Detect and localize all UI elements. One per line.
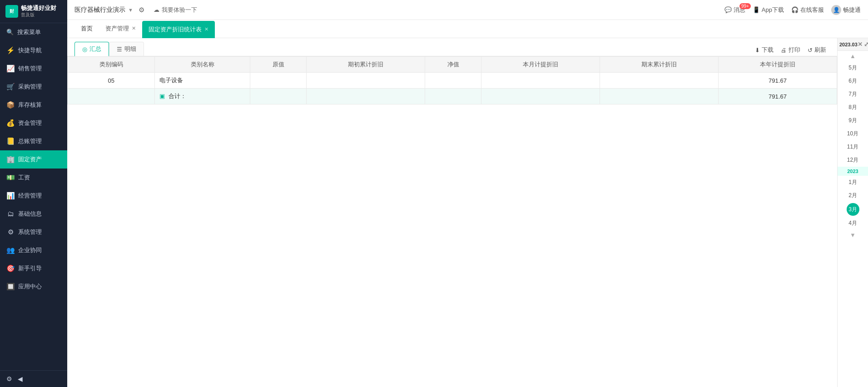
refresh-label: 刷新 — [814, 46, 826, 54]
sales-icon: 📈 — [6, 64, 15, 73]
sidebar-item-newguide[interactable]: 🎯 新手引导 — [0, 259, 67, 278]
tab-close-asset[interactable]: ✕ — [132, 25, 136, 31]
month-1[interactable]: 1月 — [838, 176, 868, 189]
tabs-bar: 首页 资产管理 ✕ 固定资产折旧统计表 ✕ — [67, 20, 868, 38]
month-2[interactable]: 2月 — [838, 189, 868, 202]
sidebar-item-sysadmin[interactable]: ⚙ 系统管理 — [0, 223, 67, 241]
subtotal-original — [250, 89, 307, 104]
refresh-btn[interactable]: ↺ 刷新 — [804, 44, 830, 56]
collapse-icon[interactable]: ◀ — [18, 375, 23, 382]
sidebar-item-salary[interactable]: 💵 工资 — [0, 169, 67, 187]
row-name: 电子设备 — [155, 73, 250, 89]
search-menu[interactable]: 🔍 搜索菜单 — [0, 23, 67, 41]
tab-depr-report[interactable]: 固定资产折旧统计表 ✕ — [142, 21, 215, 38]
tab-asset-label: 资产管理 — [105, 25, 129, 33]
sidebar-item-label: 库存核算 — [18, 101, 42, 109]
finance-icon: 💰 — [6, 119, 15, 127]
sidebar-item-label: 采购管理 — [18, 83, 42, 91]
col-year-depr: 本年计提折旧 — [719, 57, 837, 73]
fixedasset-icon: 🏢 — [6, 155, 15, 164]
month-10[interactable]: 10月 — [838, 127, 868, 140]
sidebar-bottom: ⚙ ◀ — [0, 370, 67, 387]
company-selector[interactable]: 医疗器械行业演示 ▼ — [74, 6, 133, 14]
sidebar-item-label: 总账管理 — [18, 137, 42, 145]
sidebar-item-inventory[interactable]: 📦 库存核算 — [0, 96, 67, 114]
month-9[interactable]: 9月 — [838, 114, 868, 127]
month-11[interactable]: 11月 — [838, 140, 868, 154]
date-nav-down[interactable]: ▼ — [838, 230, 868, 240]
settings-bottom-icon[interactable]: ⚙ — [6, 375, 12, 382]
content-area: ◎ 汇总 ☰ 明细 ⬇ 下载 🖨 打印 ↺ 刷新 — [67, 38, 868, 387]
year-2023-label[interactable]: 2023 — [838, 167, 868, 176]
sidebar-item-management[interactable]: 📊 经营管理 — [0, 187, 67, 205]
tab-home[interactable]: 首页 — [74, 20, 99, 38]
print-icon: 🖨 — [781, 47, 787, 54]
sidebar-item-finance[interactable]: 💰 资金管理 — [0, 114, 67, 132]
purchase-icon: 🛒 — [6, 83, 15, 91]
main-content: 医疗器械行业演示 ▼ ⚙ ☁ 我要体验一下 💬 消息 99+ 📱 App下载 🎧… — [67, 0, 868, 387]
col-code: 类别编码 — [68, 57, 155, 73]
month-4[interactable]: 4月 — [838, 217, 868, 230]
download-btn[interactable]: ⬇ 下载 — [751, 44, 777, 56]
date-panel-expand-btn[interactable]: ⤢ — [864, 41, 868, 48]
row-month-depr — [481, 73, 600, 89]
sysadmin-icon: ⚙ — [6, 228, 15, 236]
date-panel-header: 2023.03 ✕ ⤢ — [838, 38, 868, 51]
sidebar-item-label: 应用中心 — [18, 283, 42, 291]
subtab-summary[interactable]: ◎ 汇总 — [74, 42, 109, 56]
sidebar-item-quicknav[interactable]: ⚡ 快捷导航 — [0, 41, 67, 60]
date-panel-close-btn[interactable]: ✕ — [858, 41, 863, 48]
col-period-accum: 期初累计折旧 — [307, 57, 425, 73]
subtab-detail-label: 明细 — [124, 45, 136, 53]
tab-close-depr[interactable]: ✕ — [204, 26, 208, 32]
sidebar-item-appcenter[interactable]: 🔲 应用中心 — [0, 278, 67, 296]
col-original: 原值 — [250, 57, 307, 73]
print-btn[interactable]: 🖨 打印 — [777, 44, 804, 56]
app-download-btn[interactable]: 📱 App下载 — [753, 6, 784, 14]
month-7[interactable]: 7月 — [838, 88, 868, 101]
experience-btn[interactable]: ☁ 我要体验一下 — [154, 6, 197, 14]
month-5[interactable]: 5月 — [838, 61, 868, 74]
sidebar-item-collab[interactable]: 👥 企业协同 — [0, 241, 67, 259]
subtotal-month-depr — [481, 89, 600, 104]
subtotal-period-accum — [307, 89, 425, 104]
sidebar-item-fixedasset[interactable]: 🏢 固定资产 — [0, 150, 67, 169]
phone-icon: 📱 — [753, 6, 760, 13]
col-name: 类别名称 — [155, 57, 250, 73]
month-3[interactable]: 3月 — [847, 203, 859, 216]
appcenter-icon: 🔲 — [6, 283, 15, 291]
sidebar-item-basicinfo[interactable]: 🗂 基础信息 — [0, 205, 67, 223]
management-icon: 📊 — [6, 192, 15, 200]
subtotal-year-depr: 791.67 — [719, 89, 837, 104]
service-label: 在线客服 — [800, 6, 824, 14]
sidebar-item-label: 基础信息 — [18, 210, 42, 218]
sidebar-item-label: 快捷导航 — [18, 46, 42, 55]
subtab-detail[interactable]: ☰ 明细 — [109, 42, 144, 56]
sidebar-item-label: 工资 — [18, 174, 30, 182]
date-nav-up[interactable]: ▲ — [838, 51, 868, 61]
salary-icon: 💵 — [6, 174, 15, 182]
tab-asset-mgmt[interactable]: 资产管理 ✕ — [99, 20, 142, 38]
table-wrap: 类别编码 类别名称 原值 期初累计折旧 净值 本月计提折旧 期末累计折旧 本年计… — [67, 56, 837, 387]
search-icon: 🔍 — [6, 29, 14, 35]
summary-icon: ◎ — [82, 46, 87, 53]
user-btn[interactable]: 👤 畅捷通 — [831, 5, 861, 15]
online-service-btn[interactable]: 🎧 在线客服 — [791, 6, 824, 14]
sidebar-item-purchase[interactable]: 🛒 采购管理 — [0, 78, 67, 96]
sidebar-item-ledger[interactable]: 📒 总账管理 — [0, 132, 67, 150]
sidebar-item-sales[interactable]: 📈 销售管理 — [0, 60, 67, 78]
cloud-icon: ☁ — [154, 6, 159, 13]
sidebar-logo: 财 畅捷通好业财 普及版 — [0, 0, 67, 23]
depr-table: 类别编码 类别名称 原值 期初累计折旧 净值 本月计提折旧 期末累计折旧 本年计… — [67, 56, 837, 104]
logo-text: 畅捷通好业财 普及版 — [21, 5, 56, 18]
month-8[interactable]: 8月 — [838, 101, 868, 114]
table-row: 05 电子设备 791.67 — [68, 73, 837, 89]
message-btn[interactable]: 💬 消息 99+ — [724, 6, 745, 14]
download-icon: ⬇ — [755, 47, 760, 54]
sidebar-item-label: 系统管理 — [18, 228, 42, 236]
basicinfo-icon: 🗂 — [6, 210, 15, 218]
month-12[interactable]: 12月 — [838, 154, 868, 167]
month-6[interactable]: 6月 — [838, 74, 868, 88]
settings-icon[interactable]: ⚙ — [139, 6, 144, 14]
ledger-icon: 📒 — [6, 137, 15, 145]
